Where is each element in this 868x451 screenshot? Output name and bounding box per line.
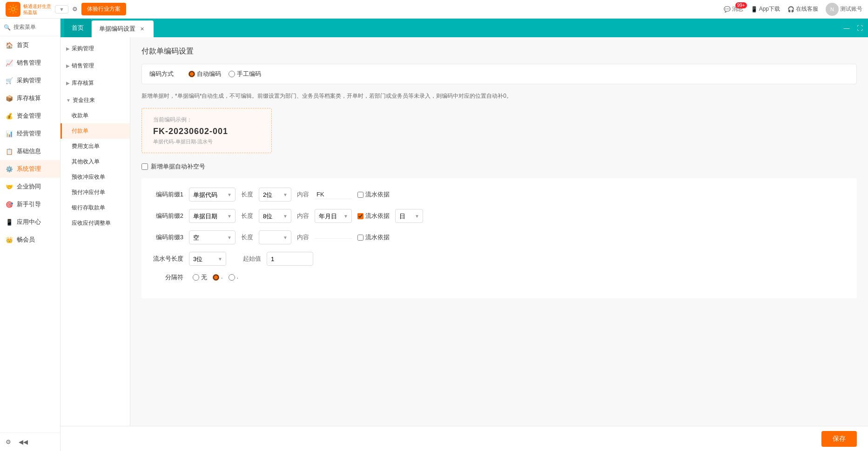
length1-select[interactable]: 2位 3位 4位 [259,188,291,202]
sub-group-fund-header[interactable]: ▼ 资金往来 [61,93,130,108]
save-button[interactable]: 保存 [821,431,857,447]
sidebar-item-basic[interactable]: 📋 基础信息 [0,142,60,160]
sidebar-search[interactable]: 🔍 搜索菜单 [0,19,60,36]
sidebar-item-home[interactable]: 🏠 首页 [0,36,60,54]
water-follow2-select[interactable]: 日 月 年 [395,209,423,223]
user-name: 测试账号 [840,5,862,13]
avatar: N [826,3,839,16]
water-follow2-select-wrapper[interactable]: 日 月 年 ▼ [395,209,423,223]
tab-maximize-icon[interactable]: ⛶ [855,23,864,33]
sidebar-item-sales[interactable]: 📈 销售管理 [0,54,60,72]
sub-item-bank[interactable]: 银行存取款单 [61,200,130,215]
sub-item-arap-adj[interactable]: 应收应付调整单 [61,215,130,231]
water-follow1-row[interactable]: 流水依据 [357,190,390,199]
sub-group-inventory: ▶ 库存核算 [61,75,130,91]
sep-dot2-option[interactable]: · [229,274,239,281]
water-follow1-checkbox[interactable] [357,192,363,198]
length3-select[interactable]: 2位 4位 [259,230,291,244]
content3-value [315,236,352,239]
tab-minimize-icon[interactable]: — [842,23,851,33]
app-download-action[interactable]: 📱 App下载 [751,5,780,13]
water-follow3-row[interactable]: 流水依据 [357,233,390,242]
sub-item-expense[interactable]: 费用支出单 [61,139,130,154]
length2-select[interactable]: 8位 6位 4位 [259,209,291,223]
sub-group-sales-header[interactable]: ▶ 销售管理 [61,58,130,74]
message-action[interactable]: 💬 消息 99+ [724,5,743,13]
auto-fill-checkbox-row[interactable]: 新增单据自动补空号 [141,162,857,171]
enterprise-icon: 🤝 [6,183,13,190]
water-follow2-checkbox[interactable] [357,213,363,219]
manual-encode-option[interactable]: 手工编码 [229,70,261,78]
sub-group-label: 资金往来 [73,96,95,104]
experience-btn[interactable]: 体验行业方案 [81,3,126,15]
topbar-dropdown[interactable]: ▼ [55,5,68,13]
sub-group-label: 销售管理 [72,62,94,70]
auto-fill-checkbox[interactable] [141,163,148,170]
config-section: 编码前缀1 单据代码 部门 业务员 空 ▼ 长度 [141,178,857,298]
main-content: 付款单编码设置 编码方式 自动编码 手工编码 [130,37,868,426]
sidebar-item-enterprise[interactable]: 🤝 企业协同 [0,178,60,195]
content2-select[interactable]: 年月日 年月 年 [315,209,352,223]
sub-item-prepay-recv[interactable]: 预收冲应收单 [61,169,130,185]
prefix2-select[interactable]: 单据日期 部门 业务员 空 [189,209,236,223]
length2-select-wrapper[interactable]: 8位 6位 4位 ▼ [259,209,291,223]
sidebar-item-finance[interactable]: 💰 资金管理 [0,107,60,125]
length3-select-wrapper[interactable]: 2位 4位 ▼ [259,230,291,244]
sub-item-other-income[interactable]: 其他收入单 [61,154,130,169]
prefix1-label: 编码前缀1 [151,190,183,199]
prefix2-row: 编码前缀2 单据日期 部门 业务员 空 ▼ 长度 [151,209,848,223]
sidebar-item-guide[interactable]: 🎯 新手引导 [0,195,60,213]
settings-icon[interactable]: ⚙ [72,6,78,13]
settings-bottom-icon[interactable]: ⚙ [4,437,13,447]
serial-length-label: 流水号长度 [151,255,183,263]
user-profile[interactable]: N 测试账号 [826,3,862,16]
sidebar-item-system[interactable]: ⚙️ 系统管理 [0,160,60,178]
sub-item-prepay-pay[interactable]: 预付冲应付单 [61,185,130,200]
operation-icon: 📊 [6,130,13,137]
auto-encode-label: 自动编码 [197,70,221,78]
prefix1-select[interactable]: 单据代码 部门 业务员 空 [189,188,236,202]
tab-encoding[interactable]: 单据编码设置 ✕ [92,20,154,37]
prefix1-select-wrapper[interactable]: 单据代码 部门 业务员 空 ▼ [189,188,236,202]
water-follow3-checkbox[interactable] [357,235,363,241]
prefix3-select[interactable]: 空 单据代码 部门 业务员 [189,230,236,244]
collapse-icon[interactable]: ◀◀ [17,437,30,447]
page-title: 付款单编码设置 [141,47,857,56]
prefix3-select-wrapper[interactable]: 空 单据代码 部门 业务员 ▼ [189,230,236,244]
sub-group-purchase-header[interactable]: ▶ 采购管理 [61,41,130,56]
sub-item-receipt[interactable]: 收款单 [61,108,130,123]
serial-length-select[interactable]: 3位 4位 5位 6位 [189,252,226,266]
auto-encode-option[interactable]: 自动编码 [188,70,221,78]
start-value-input[interactable] [267,252,313,266]
sub-group-inventory-header[interactable]: ▶ 库存核算 [61,75,130,91]
sidebar-item-apps[interactable]: 📱 应用中心 [0,213,60,231]
sub-item-payment[interactable]: 付款单 [61,123,130,139]
sep-none-radio[interactable] [193,274,199,281]
prefix2-select-wrapper[interactable]: 单据日期 部门 业务员 空 ▼ [189,209,236,223]
serial-length-select-wrapper[interactable]: 3位 4位 5位 6位 ▼ [189,252,226,266]
search-icon: 🔍 [4,24,11,31]
sidebar-item-purchase[interactable]: 🛒 采购管理 [0,72,60,89]
sidebar-item-member[interactable]: 👑 畅会员 [0,231,60,249]
sidebar-item-operation[interactable]: 📊 经营管理 [0,125,60,142]
finance-icon: 💰 [6,113,13,120]
prefix1-row: 编码前缀1 单据代码 部门 业务员 空 ▼ 长度 [151,188,848,202]
tab-close-icon[interactable]: ✕ [138,25,146,33]
auto-encode-radio[interactable] [188,71,195,77]
content2-select-wrapper[interactable]: 年月日 年月 年 ▼ [315,209,352,223]
manual-encode-radio[interactable] [229,71,235,77]
sidebar-item-inventory[interactable]: 📦 库存核算 [0,89,60,107]
info-text: 新增单据时，*单据编码*自动生成，不可编辑。前缀设置为部门、业务员等档案类，开单… [141,92,857,101]
sep-dot2-radio[interactable] [229,274,235,281]
tab-home[interactable]: 首页 [64,19,92,37]
auto-fill-label: 新增单据自动补空号 [151,162,205,171]
sep-dot1-radio[interactable] [213,274,219,281]
sep-dot1-option[interactable]: · [213,274,223,281]
water-follow2-row[interactable]: 流水依据 [357,212,390,220]
length1-select-wrapper[interactable]: 2位 3位 4位 ▼ [259,188,291,202]
online-service-action[interactable]: 🎧 在线客服 [787,5,818,13]
prefix2-label: 编码前缀2 [151,212,183,220]
sep-none-option[interactable]: 无 [193,273,207,282]
sidebar: 🔍 搜索菜单 🏠 首页 📈 销售管理 🛒 采购管理 📦 库存核算 💰 [0,19,61,451]
tab-encoding-label: 单据编码设置 [99,25,135,33]
